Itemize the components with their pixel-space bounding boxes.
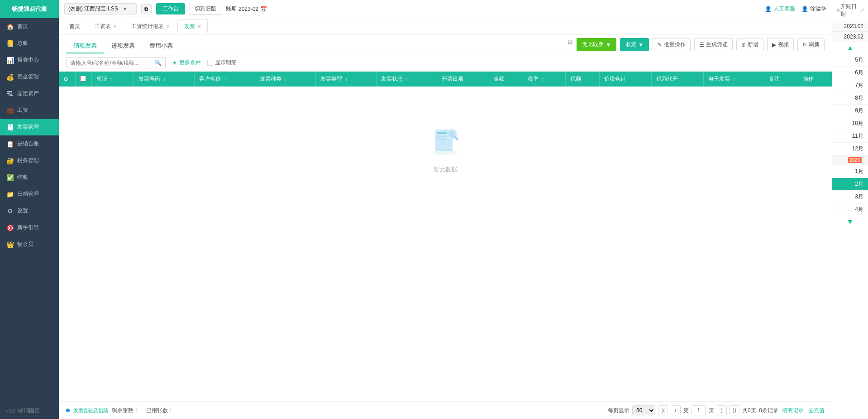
date-month-2023-1[interactable]: 1月 <box>832 165 868 178</box>
workspace-button[interactable]: 工作台 <box>156 3 185 14</box>
tab-payroll[interactable]: 工资表 ✕ <box>88 19 124 33</box>
sort-icon[interactable]: ↕ <box>733 77 735 82</box>
refresh-button[interactable]: ↻ 刷新 <box>797 38 825 51</box>
date-month-9[interactable]: 9月 <box>832 105 868 117</box>
switch-version-button[interactable]: 切到旧版 <box>190 3 221 15</box>
th-remark: 备注 <box>764 72 798 87</box>
sidebar-item-label: 归档管理 <box>17 190 39 198</box>
th-action: 操作 <box>798 72 832 87</box>
sidebar-item-sales-ledger[interactable]: 📋 进销台账 <box>0 135 59 152</box>
sidebar-item-label: 新手引导 <box>17 224 39 231</box>
sidebar-item-reports[interactable]: 📊 报表中心 <box>0 52 59 68</box>
sub-tab-sales-invoice[interactable]: 销项发票 <box>66 39 104 53</box>
sidebar-item-funds[interactable]: 💰 资金管理 <box>0 68 59 85</box>
date-month-7[interactable]: 7月 <box>832 79 868 92</box>
sidebar-item-payroll[interactable]: 💼 工资 <box>0 102 59 119</box>
page-size-select[interactable]: 50 10 20 100 <box>632 405 655 415</box>
th-checkbox[interactable] <box>75 72 91 87</box>
sidebar-item-archive[interactable]: 📁 归档管理 <box>0 186 59 202</box>
invoice-verify-link[interactable]: 发票查验及抬踏 <box>73 407 108 414</box>
search-input[interactable] <box>70 60 152 66</box>
sort-icon[interactable]: ↕ <box>406 77 408 82</box>
sort-icon[interactable]: ↕ <box>224 77 226 82</box>
next-page-button[interactable]: ⟩ <box>717 405 727 415</box>
date-year-2023-02-first[interactable]: 2023.02 <box>832 21 868 32</box>
tab-close-payroll[interactable]: ✕ <box>113 24 117 29</box>
date-month-2023-4[interactable]: 4月 <box>832 203 868 216</box>
date-month-11[interactable]: 11月 <box>832 130 868 143</box>
sidebar-item-guide[interactable]: 🎯 新手引导 <box>0 219 59 236</box>
date-month-5[interactable]: 5月 <box>832 54 868 67</box>
tab-close-payroll-report[interactable]: ✕ <box>166 24 170 29</box>
date-year-2023-header[interactable]: 2023 <box>832 155 868 165</box>
date-month-2023-3[interactable]: 3月 <box>832 191 868 203</box>
date-scroll-down-button[interactable]: ▼ <box>832 216 868 228</box>
tab-invoice-label: 发票 <box>184 23 195 30</box>
th-settings[interactable]: ⚙ <box>59 72 75 87</box>
sort-icon[interactable]: ↕ <box>110 77 112 82</box>
pagination: 每页显示 50 10 20 100 ⟨⟨ ⟨ 第 页 ⟩ ⟩⟩ 共0页, 0条记… <box>608 405 778 415</box>
get-invoice-button[interactable]: 取票 ▼ <box>620 38 649 51</box>
sub-tab-purchase-invoice[interactable]: 进项发票 <box>104 39 142 53</box>
close-accounts-icon: ✅ <box>6 174 14 181</box>
user-profile[interactable]: 👤 徐溢华 <box>801 5 826 13</box>
sort-icon[interactable]: ↕ <box>285 77 287 82</box>
sidebar-item-member[interactable]: 👑 畅会员 <box>0 236 59 253</box>
sidebar-item-label: 报表中心 <box>17 56 39 64</box>
show-detail-label: 显示明细 <box>215 59 237 67</box>
recharge-link[interactable]: 去充值 <box>808 407 825 414</box>
customer-service-button[interactable]: 👤 人工客服 <box>765 5 795 13</box>
sidebar-item-home[interactable]: 🏠 首页 <box>0 18 59 35</box>
th-voucher: 凭证 ↕ <box>91 72 134 87</box>
date-panel-close-button[interactable]: ✕ <box>836 7 840 14</box>
generate-voucher-button[interactable]: ☰ 生成凭证 <box>694 38 733 51</box>
merchant-records-link[interactable]: 招商记录 <box>782 407 804 414</box>
date-year-2023-02-second[interactable]: 2023.02 <box>832 32 868 42</box>
sort-icon[interactable]: ↕ <box>345 77 348 82</box>
used-label: 已用张数： <box>146 407 173 414</box>
company-selector[interactable]: (勿删) 江西服宝-LSS ▼ <box>64 3 137 14</box>
no-invoice-button[interactable]: 无此取票 ▼ <box>577 38 616 51</box>
more-conditions-button[interactable]: ▼ 更多条件 <box>172 59 201 67</box>
sidebar-item-ledger[interactable]: 📒 总账 <box>0 35 59 52</box>
date-month-6[interactable]: 6月 <box>832 67 868 79</box>
grid-settings-icon[interactable]: ⊞ <box>568 38 573 51</box>
sidebar-item-close[interactable]: ✅ 结账 <box>0 169 59 186</box>
page-label: 第 <box>683 407 689 414</box>
select-all-checkbox[interactable] <box>80 76 86 82</box>
unpin-button[interactable]: ◁◁ 取消固定 <box>0 402 59 419</box>
first-page-button[interactable]: ⟨⟨ <box>658 405 668 415</box>
tab-payroll-report[interactable]: 工资统计报表 ✕ <box>124 19 176 33</box>
new-button[interactable]: ⊕ 新增 <box>736 38 763 51</box>
sub-tab-expense-receipt[interactable]: 费用小票 <box>142 39 180 53</box>
prev-page-button[interactable]: ⟨ <box>671 405 681 415</box>
sort-icon[interactable]: ↕ <box>163 77 166 82</box>
video-icon: ▶ <box>772 42 776 48</box>
date-scroll-up-button[interactable]: ▲ <box>832 42 868 54</box>
date-month-8[interactable]: 8月 <box>832 92 868 105</box>
chevron-down-icon: ▼ <box>123 6 127 11</box>
sidebar-item-tax[interactable]: 🔐 税务管理 <box>0 152 59 169</box>
show-detail-checkbox[interactable] <box>207 60 213 66</box>
sidebar-item-assets[interactable]: 🏗 固定资产 <box>0 85 59 102</box>
date-month-2023-2[interactable]: 2月 <box>832 178 868 191</box>
tab-payroll-label: 工资表 <box>95 23 111 30</box>
date-month-10[interactable]: 10月 <box>832 117 868 130</box>
copy-button[interactable]: ⧉ <box>141 4 152 14</box>
sidebar-item-settings[interactable]: ⚙ 设置 <box>0 202 59 219</box>
search-icon: 🔍 <box>154 59 162 66</box>
date-panel-maximize-button[interactable]: ⤢ <box>860 7 864 14</box>
tab-close-invoice[interactable]: ✕ <box>197 24 201 29</box>
sidebar-item-invoice[interactable]: 🧾 发票管理 <box>0 119 59 135</box>
app-logo: 畅捷通易代账 <box>0 0 59 18</box>
show-detail-toggle[interactable]: 显示明细 <box>207 59 237 67</box>
date-month-label: 5月 <box>855 57 863 63</box>
sort-icon[interactable]: ↕ <box>542 77 544 82</box>
page-input[interactable] <box>692 405 706 415</box>
last-page-button[interactable]: ⟩⟩ <box>730 405 739 415</box>
tab-invoice[interactable]: 发票 ✕ <box>177 19 208 33</box>
tab-home[interactable]: 首页 <box>62 19 87 33</box>
batch-op-button[interactable]: ✎ 批量操作 <box>653 38 691 51</box>
video-button[interactable]: ▶ 视频 <box>767 38 794 51</box>
date-month-12[interactable]: 12月 <box>832 143 868 155</box>
